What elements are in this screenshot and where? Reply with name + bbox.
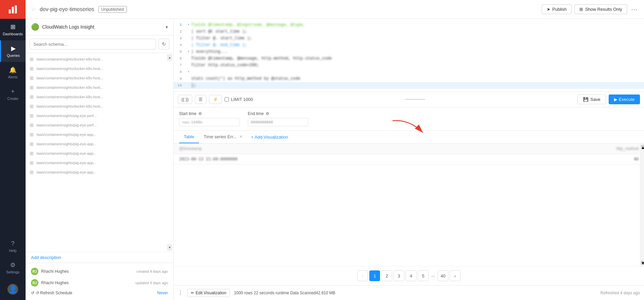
- resize-handle[interactable]: [405, 99, 425, 100]
- sidebar-item-queries[interactable]: ▶ Queries: [0, 40, 26, 62]
- refreshed-info: Refreshed 4 days ago: [601, 291, 640, 295]
- list-item[interactable]: ⊞ /aws/containerinsights/pig-eye-app...: [26, 149, 173, 158]
- add-description-link[interactable]: Add description: [26, 252, 173, 263]
- left-panel: 🟢 CloudWatch Logs Insight ▾ ↻ ▲ ⊞ /aws/c…: [26, 19, 174, 300]
- page-5-button[interactable]: 5: [418, 270, 429, 281]
- scroll-down-arrow[interactable]: ▼: [641, 261, 644, 265]
- add-visualization-tab[interactable]: + Add Visualization: [247, 132, 292, 142]
- list-item[interactable]: ⊞ /aws/containerinsights/docker-k8s-host…: [26, 54, 173, 64]
- line-number: 7: [174, 62, 186, 69]
- time-range: Start time ⚙ End time ⚙: [174, 107, 644, 131]
- datasource-selector[interactable]: 🟢 CloudWatch Logs Insight ▾: [26, 19, 173, 35]
- end-time-gear[interactable]: ⚙: [266, 111, 269, 116]
- lightning-button[interactable]: ⚡: [209, 95, 222, 104]
- schema-refresh-button[interactable]: ↻: [159, 39, 169, 49]
- start-time-gear[interactable]: ⚙: [198, 111, 202, 116]
- created-meta: created 4 days ago: [136, 269, 168, 273]
- indent-button[interactable]: ☰: [195, 95, 206, 104]
- status-badge: Unpublished: [98, 6, 127, 13]
- sidebar-item-alerts[interactable]: 🔔 Alerts: [0, 62, 26, 83]
- sidebar: ⊞ Dashboards ▶ Queries 🔔 Alerts + Create…: [0, 0, 26, 300]
- refresh-value[interactable]: Never: [157, 291, 168, 295]
- fold-marker: ▾: [186, 69, 191, 75]
- execute-button[interactable]: ▶ Execute: [609, 95, 640, 104]
- tab-close-icon[interactable]: ✕: [239, 135, 242, 139]
- page-2-button[interactable]: 2: [381, 270, 392, 281]
- line-content: };: [191, 82, 644, 89]
- cell-method: 60: [485, 157, 639, 161]
- table-icon: ⊞: [30, 57, 34, 62]
- sidebar-logo[interactable]: [0, 0, 26, 19]
- schema-item-text: /aws/containerinsights/pig-eye-app...: [36, 133, 97, 137]
- scroll-up-button[interactable]: ▲: [167, 54, 172, 61]
- code-line-7: 7 filter http.status_code=200;: [174, 62, 644, 69]
- edit-visualization-button[interactable]: ✏ Edit Visualization: [187, 289, 230, 297]
- sidebar-item-user[interactable]: 👤: [0, 278, 26, 300]
- search-input[interactable]: [30, 39, 156, 49]
- sidebar-item-help[interactable]: ? Help: [0, 235, 26, 257]
- end-time-input[interactable]: [248, 118, 308, 126]
- show-results-button[interactable]: ⊞ Show Results Only: [574, 4, 627, 14]
- list-item[interactable]: ⊞ /aws/containerinsights/pig-eye-app...: [26, 130, 173, 139]
- body-layout: 🟢 CloudWatch Logs Insight ▾ ↻ ▲ ⊞ /aws/c…: [26, 19, 644, 300]
- grid-icon: ⊞: [579, 7, 583, 12]
- page-3-button[interactable]: 3: [394, 270, 404, 281]
- refresh-schedule-label[interactable]: ↺ ↺ Refresh Schedule: [31, 291, 72, 295]
- publish-button[interactable]: ➤ Publish: [542, 4, 572, 14]
- star-button[interactable]: ☆: [31, 6, 36, 12]
- limit-checkbox[interactable]: [225, 97, 229, 102]
- list-item[interactable]: ⊞ /aws/containerinsights/docker-k8s-host…: [26, 83, 173, 92]
- chevron-down-icon[interactable]: ▾: [166, 25, 168, 30]
- scrollbar[interactable]: ▲ ▼: [640, 144, 644, 266]
- page-title: dev-pig-eye-timeseries: [40, 6, 94, 12]
- next-page-button[interactable]: ›: [450, 270, 461, 281]
- tab-table[interactable]: Table: [179, 131, 199, 143]
- table-icon: ⊞: [30, 132, 34, 137]
- more-options-button[interactable]: ⋯: [630, 4, 639, 14]
- list-item[interactable]: ⊞ /aws/containerinsights/docker-k8s-host…: [26, 73, 173, 83]
- line-content: fields @timestamp, @logstream, @message,…: [191, 22, 644, 28]
- topbar-actions: ➤ Publish ⊞ Show Results Only ⋯: [542, 4, 639, 14]
- sidebar-item-settings[interactable]: ⚙ Settings: [0, 257, 26, 278]
- format-button[interactable]: {{ }}: [178, 95, 192, 104]
- pagination-ellipsis: ···: [430, 273, 436, 278]
- list-item[interactable]: ⊞ /aws/containerinsights/pig-eye-perf...: [26, 111, 173, 120]
- scroll-down-button[interactable]: ▼: [167, 245, 172, 251]
- alerts-icon: 🔔: [9, 66, 16, 74]
- save-button[interactable]: 💾 Save: [577, 95, 606, 104]
- line-number: 3: [174, 35, 186, 42]
- topbar: ☆ dev-pig-eye-timeseries Unpublished ➤ P…: [26, 0, 644, 19]
- table-icon: ⊞: [30, 113, 34, 118]
- list-item[interactable]: ⊞ /aws/containerinsights/docker-k8s-host…: [26, 102, 173, 111]
- fold-marker: ▾: [186, 48, 191, 55]
- dashboards-icon: ⊞: [10, 23, 15, 31]
- page-4-button[interactable]: 4: [406, 270, 416, 281]
- line-number: 10: [174, 82, 186, 89]
- bottom-more-button[interactable]: ⋮: [178, 290, 183, 296]
- prev-page-button[interactable]: ‹: [357, 270, 368, 281]
- sidebar-label-queries: Queries: [7, 53, 20, 58]
- code-editor[interactable]: 1 ▾ fields @timestamp, @logstream, @mess…: [174, 19, 644, 107]
- code-toolbar: {{ }} ☰ ⚡ LIMIT 1000 💾 Save: [174, 91, 644, 107]
- end-time-field: End time ⚙: [248, 111, 308, 126]
- list-item[interactable]: ⊞ /aws/containerinsights/pig-eye-app...: [26, 167, 173, 177]
- scroll-up-arrow[interactable]: ▲: [641, 145, 644, 149]
- line-number: 6: [174, 55, 186, 62]
- code-lines: 1 ▾ fields @timestamp, @logstream, @mess…: [174, 19, 644, 91]
- table-icon: ⊞: [30, 94, 34, 100]
- results-tabs: Table Time series Err... ✕ + Add Visuali…: [174, 131, 644, 144]
- schema-search-area: ↻: [26, 35, 173, 53]
- list-item[interactable]: ⊞ /aws/containerinsights/pig-eye-perf...: [26, 120, 173, 130]
- sidebar-item-create[interactable]: + Create: [0, 83, 26, 105]
- tab-timeseries[interactable]: Time series Err... ✕: [199, 131, 247, 143]
- list-item[interactable]: ⊞ /aws/containerinsights/pig-eye-app...: [26, 158, 173, 167]
- sidebar-item-dashboards[interactable]: ⊞ Dashboards: [0, 19, 26, 40]
- table-row[interactable]: 2023-08-13 21:60:0000000 60: [174, 154, 644, 164]
- list-item[interactable]: ⊞ /aws/containerinsights/docker-k8s-host…: [26, 92, 173, 102]
- last-page-button[interactable]: 40: [438, 270, 448, 281]
- page-1-button[interactable]: 1: [369, 270, 380, 281]
- edit-icon: ✏: [191, 291, 194, 295]
- start-time-input[interactable]: [179, 118, 240, 126]
- list-item[interactable]: ⊞ /aws/containerinsights/pig-eye-app...: [26, 139, 173, 149]
- list-item[interactable]: ⊞ /aws/containerinsights/docker-k8s-host…: [26, 64, 173, 73]
